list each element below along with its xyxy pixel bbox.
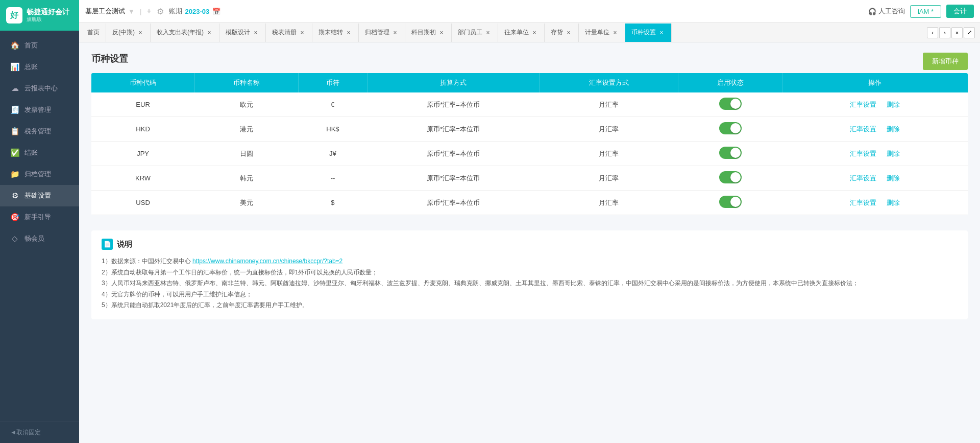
- table-row: EUR 欧元 € 原币*汇率=本位币 月汇率 汇率设置 删除: [91, 92, 968, 117]
- tab-inventory[interactable]: 存货 ×: [545, 24, 579, 42]
- tab-tax-table[interactable]: 税表清册 ×: [266, 24, 312, 42]
- table-row: USD 美元 $ 原币*汇率=本位币 月汇率 汇率设置 删除: [91, 191, 968, 215]
- tab-interim[interactable]: 反(中期) ×: [106, 24, 151, 42]
- period-label: 账期: [169, 7, 182, 16]
- tab-close-icon[interactable]: ×: [611, 29, 619, 36]
- tab-annual[interactable]: 收入支出表(年报) ×: [151, 24, 219, 42]
- delete-link[interactable]: 删除: [887, 150, 900, 157]
- notes-list: 1）数据来源：中国外汇交易中心 https://www.chinamoney.c…: [102, 256, 958, 311]
- dropdown-arrow[interactable]: ▼: [128, 8, 135, 15]
- tab-close-icon[interactable]: ×: [391, 29, 399, 36]
- tab-close-icon[interactable]: ×: [299, 29, 306, 36]
- cell-symbol: --: [299, 166, 368, 191]
- tab-label: 存货: [551, 28, 563, 37]
- tab-label: 归档管理: [365, 28, 389, 37]
- tab-template[interactable]: 模版设计 ×: [219, 24, 266, 42]
- cell-actions: 汇率设置 删除: [782, 166, 968, 191]
- rate-setting-link[interactable]: 汇率设置: [850, 150, 876, 157]
- tab-unit[interactable]: 计量单位 ×: [579, 24, 625, 42]
- col-action: 操作: [782, 73, 968, 92]
- sidebar-item-ledger[interactable]: 📊 总账: [0, 56, 79, 78]
- cell-symbol: J¥: [299, 142, 368, 166]
- tab-close-icon[interactable]: ×: [252, 29, 259, 36]
- tab-close-icon[interactable]: ×: [565, 29, 572, 36]
- sidebar-item-tax[interactable]: 📋 税务管理: [0, 121, 79, 142]
- topbar: 基层工会测试 ▼ | + ⚙ 账期 2023-03 📅 🎧 人工咨询 iAM *…: [79, 0, 980, 23]
- add-company-btn[interactable]: +: [146, 7, 151, 16]
- help-button[interactable]: 🎧 人工咨询: [868, 7, 905, 16]
- cell-name: 欧元: [194, 92, 298, 117]
- accountant-button[interactable]: 会计: [946, 5, 974, 18]
- tab-home[interactable]: 首页: [81, 24, 106, 42]
- tab-close-icon[interactable]: ×: [345, 29, 352, 36]
- cell-actions: 汇率设置 删除: [782, 191, 968, 215]
- tab-label: 模版设计: [226, 28, 250, 37]
- tab-currency[interactable]: 币种设置 ×: [625, 24, 672, 42]
- sidebar-item-guide[interactable]: 🎯 新手引导: [0, 206, 79, 228]
- tab-subject[interactable]: 科目期初 ×: [405, 24, 452, 42]
- delete-link[interactable]: 删除: [887, 199, 900, 206]
- tab-archive[interactable]: 归档管理 ×: [359, 24, 405, 42]
- notes-link[interactable]: https://www.chinamoney.com.cn/chinese/bk…: [192, 258, 342, 265]
- cell-rate-type: 月汇率: [540, 142, 678, 166]
- cell-rate-type: 月汇率: [540, 92, 678, 117]
- content-area: 币种设置 新增币种 币种代码 币种名称 币符 折算方式 汇率设置方式 启用状态 …: [79, 42, 980, 443]
- tab-label: 往来单位: [504, 28, 529, 37]
- rate-setting-link[interactable]: 汇率设置: [850, 125, 876, 133]
- toggle-switch[interactable]: [719, 196, 742, 208]
- tab-dept[interactable]: 部门员工 ×: [452, 24, 498, 42]
- tab-close-icon[interactable]: ×: [531, 29, 538, 36]
- note-item: 2）系统自动获取每月第一个工作日的汇率标价，统一为直接标价法，即1外币可以兑换的…: [102, 267, 958, 278]
- new-currency-button[interactable]: 新增币种: [923, 53, 968, 70]
- period-value: 2023-03: [185, 8, 210, 15]
- notes-title-text: 说明: [117, 240, 132, 249]
- delete-link[interactable]: 删除: [887, 174, 900, 182]
- calendar-icon[interactable]: 📅: [212, 8, 220, 15]
- rate-setting-link[interactable]: 汇率设置: [850, 174, 876, 182]
- toggle-switch[interactable]: [719, 98, 742, 110]
- iam-button[interactable]: iAM *: [910, 5, 941, 18]
- sidebar-item-label: 云报表中心: [24, 84, 58, 93]
- cell-rate-type: 月汇率: [540, 191, 678, 215]
- rate-setting-link[interactable]: 汇率设置: [850, 101, 876, 108]
- sidebar-item-member[interactable]: ◇ 畅会员: [0, 228, 79, 249]
- tab-close-icon[interactable]: ×: [484, 29, 492, 36]
- tab-close-icon[interactable]: ×: [658, 29, 665, 36]
- sidebar-item-home[interactable]: 🏠 首页: [0, 35, 79, 56]
- sidebar-item-invoice[interactable]: 🧾 发票管理: [0, 99, 79, 121]
- tab-period-close[interactable]: 期末结转 ×: [312, 24, 359, 42]
- page-title: 币种设置: [91, 53, 968, 65]
- settings-btn[interactable]: ⚙: [157, 7, 164, 16]
- tab-prev-btn[interactable]: ‹: [927, 27, 938, 38]
- toggle-switch[interactable]: [719, 122, 742, 134]
- toggle-switch[interactable]: [719, 147, 742, 159]
- unpin-button[interactable]: ◄取消固定: [0, 422, 79, 443]
- tab-party[interactable]: 往来单位 ×: [498, 24, 545, 42]
- rate-setting-link[interactable]: 汇率设置: [850, 199, 876, 206]
- invoice-icon: 🧾: [10, 105, 19, 114]
- tab-label: 期末结转: [318, 28, 343, 37]
- tab-next-btn[interactable]: ›: [939, 27, 950, 38]
- sidebar-item-checkout[interactable]: ✅ 结账: [0, 142, 79, 164]
- cloud-icon: ☁: [10, 84, 19, 93]
- tab-close-all-btn[interactable]: ×: [951, 27, 963, 38]
- sidebar-item-archive[interactable]: 📁 归档管理: [0, 164, 79, 185]
- delete-link[interactable]: 删除: [887, 125, 900, 133]
- delete-link[interactable]: 删除: [887, 101, 900, 108]
- headset-icon: 🎧: [868, 8, 876, 15]
- sidebar-item-settings[interactable]: ⚙ 基础设置: [0, 185, 79, 206]
- toggle-switch[interactable]: [719, 171, 742, 183]
- tab-close-icon[interactable]: ×: [206, 29, 213, 36]
- tab-close-icon[interactable]: ×: [137, 29, 144, 36]
- tab-close-icon[interactable]: ×: [438, 29, 445, 36]
- tabbar: 首页 反(中期) × 收入支出表(年报) × 模版设计 × 税表清册 × 期末结…: [79, 23, 980, 42]
- col-status: 启用状态: [678, 73, 782, 92]
- cell-name: 美元: [194, 191, 298, 215]
- sidebar-item-reports[interactable]: ☁ 云报表中心: [0, 78, 79, 99]
- note-item: 1）数据来源：中国外汇交易中心 https://www.chinamoney.c…: [102, 256, 958, 267]
- app-name: 畅捷通好会计: [27, 8, 69, 16]
- cell-code: HKD: [91, 117, 194, 142]
- tab-label: 币种设置: [631, 28, 656, 37]
- tab-expand-btn[interactable]: ⤢: [964, 27, 975, 38]
- help-label: 人工咨询: [878, 7, 905, 16]
